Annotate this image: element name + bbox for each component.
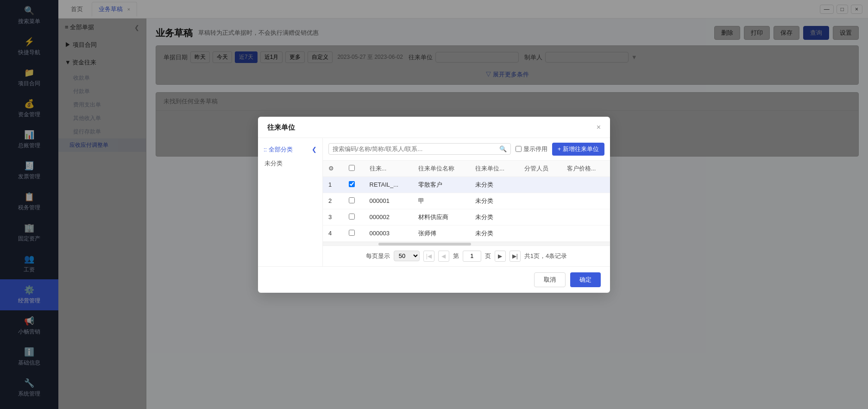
dialog-header: 往来单位 × [258,117,610,138]
cell-category: 未分类 [470,193,518,209]
cell-salesperson [519,209,561,225]
dialog-overlay: 往来单位 × :: 全部分类 ❮ 未分类 � [0,0,868,409]
dialog-footer: 取消 确定 [258,266,610,293]
dialog-body: :: 全部分类 ❮ 未分类 🔍 显示停用 [258,138,610,266]
cell-checkbox[interactable] [343,176,364,193]
cell-row-num: 4 [323,225,343,241]
cell-code: 000001 [364,193,413,209]
col-code[interactable]: 往来... [364,161,413,177]
cell-row-num: 2 [323,193,343,209]
col-salesperson[interactable]: 分管人员 [519,161,561,177]
table-row[interactable]: 1 RETAIL_... 零散客户 未分类 [323,176,610,193]
horizontal-scrollbar[interactable] [323,242,610,245]
table-panel: 🔍 显示停用 + 新增往来单位 ⚙ [323,138,610,266]
add-partner-button[interactable]: + 新增往来单位 [552,143,604,156]
cell-salesperson [519,193,561,209]
page-number-input[interactable] [463,251,481,262]
cell-code: RETAIL_... [364,176,413,193]
pagination: 每页显示 50 100 200 |◀ ◀ 第 页 ▶ ▶| 共1页，4条记录 [323,245,610,266]
category-all-text: :: 全部分类 [264,145,293,154]
cell-checkbox[interactable] [343,225,364,241]
scrollbar-thumb[interactable] [378,243,471,245]
dialog-title: 往来单位 [267,123,295,132]
cell-row-num: 1 [323,176,343,193]
dialog-table-toolbar: 🔍 显示停用 + 新增往来单位 [323,138,610,161]
search-box: 🔍 [328,143,511,155]
cell-price [561,176,610,193]
col-price[interactable]: 客户价格... [561,161,610,177]
search-input[interactable] [333,145,497,152]
cell-salesperson [519,225,561,241]
cell-name: 张师傅 [413,225,470,241]
page-label-after: 页 [485,252,491,260]
table-header: ⚙ 往来... 往来单位名称 往来单位... 分管人员 客户价格... [323,161,610,177]
select-all-checkbox[interactable] [349,165,355,171]
next-page-button[interactable]: ▶ [495,251,506,262]
cell-price [561,209,610,225]
show-disabled-label[interactable]: 显示停用 [516,145,547,153]
cell-name: 甲 [413,193,470,209]
page-label-before: 第 [453,252,459,260]
col-settings[interactable]: ⚙ [323,161,343,177]
category-collapse-icon[interactable]: ❮ [312,146,317,153]
cell-category: 未分类 [470,225,518,241]
partner-dialog: 往来单位 × :: 全部分类 ❮ 未分类 � [258,117,610,293]
dialog-close-button[interactable]: × [597,123,601,132]
category-panel: :: 全部分类 ❮ 未分类 [258,138,323,266]
cell-name: 材料供应商 [413,209,470,225]
uncategorized-label: 未分类 [264,160,283,167]
search-icon: 🔍 [499,145,507,152]
cell-code: 000002 [364,209,413,225]
cell-salesperson [519,176,561,193]
total-label: 共1页，4条记录 [524,252,567,260]
table-row[interactable]: 3 000002 材料供应商 未分类 [323,209,610,225]
cell-category: 未分类 [470,209,518,225]
table-row[interactable]: 4 000003 张师傅 未分类 [323,225,610,241]
category-uncategorized[interactable]: 未分类 [258,157,322,170]
page-size-label: 每页显示 [366,252,390,260]
cell-row-num: 3 [323,209,343,225]
last-page-button[interactable]: ▶| [509,251,521,262]
cell-checkbox[interactable] [343,193,364,209]
confirm-button[interactable]: 确定 [570,272,601,287]
show-disabled-text: 显示停用 [523,145,547,153]
table-row[interactable]: 2 000001 甲 未分类 [323,193,610,209]
table-body: 1 RETAIL_... 零散客户 未分类 2 [323,176,610,241]
page-size-select[interactable]: 50 100 200 [394,251,420,261]
cell-category: 未分类 [470,176,518,193]
cancel-button[interactable]: 取消 [534,272,566,287]
cell-checkbox[interactable] [343,209,364,225]
first-page-button[interactable]: |◀ [423,251,434,262]
cell-price [561,225,610,241]
data-table: ⚙ 往来... 往来单位名称 往来单位... 分管人员 客户价格... [323,161,610,242]
prev-page-button[interactable]: ◀ [438,251,449,262]
col-checkbox [343,161,364,177]
col-category[interactable]: 往来单位... [470,161,518,177]
partner-table: ⚙ 往来... 往来单位名称 往来单位... 分管人员 客户价格... [323,161,610,242]
show-disabled-checkbox[interactable] [516,146,522,152]
cell-price [561,193,610,209]
category-all-label[interactable]: :: 全部分类 ❮ [258,143,322,157]
col-name[interactable]: 往来单位名称 [413,161,470,177]
cell-name: 零散客户 [413,176,470,193]
cell-code: 000003 [364,225,413,241]
